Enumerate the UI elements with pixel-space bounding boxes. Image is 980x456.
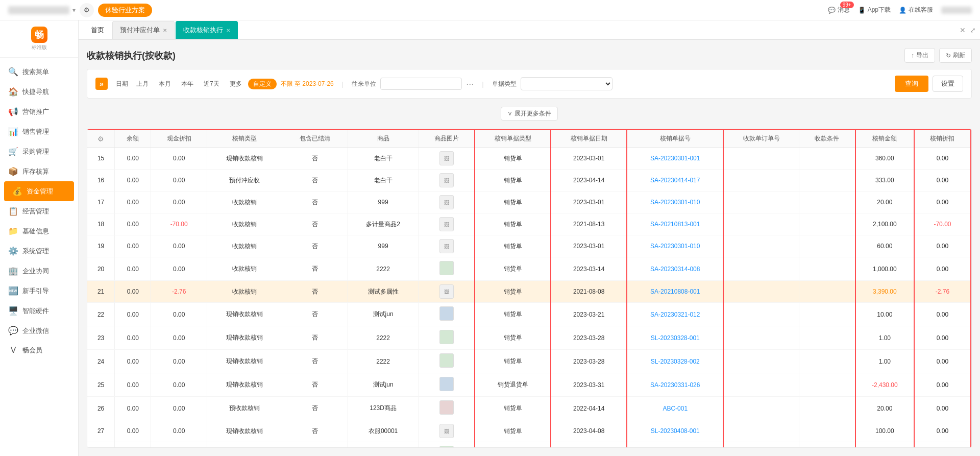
- row-receipt-condition: [799, 373, 855, 397]
- this-year-btn[interactable]: 本年: [177, 79, 198, 89]
- sidebar-item-marketing[interactable]: 📢 营销推广: [0, 102, 78, 122]
- row-cash-discount: 0.00: [151, 191, 207, 213]
- more-options-icon[interactable]: ···: [466, 79, 474, 88]
- row-receipt-order-no: [723, 148, 799, 170]
- sidebar-item-label: 快捷导航: [22, 87, 49, 97]
- custom-time-btn[interactable]: 自定义: [248, 79, 277, 89]
- close-window-icon[interactable]: ✕: [960, 26, 966, 34]
- online-service-button[interactable]: 👤 在线客服: [899, 6, 933, 14]
- row-verify-bill-no[interactable]: SA-20230314-008: [627, 257, 723, 281]
- row-verify-amount: 20.00: [855, 191, 914, 213]
- expand-more-button[interactable]: ∨ 展开更多条件: [501, 107, 557, 121]
- row-verify-bill-no[interactable]: SL-20230328-002: [627, 350, 723, 373]
- col-verify-bill-type: 核销单据类型: [475, 130, 551, 148]
- row-cash-discount: 0.00: [151, 148, 207, 170]
- sidebar-item-inventory[interactable]: 📦 库存核算: [0, 161, 78, 181]
- sidebar-item-basic[interactable]: 📁 基础信息: [0, 221, 78, 241]
- app-download-button[interactable]: 📱 App下载: [858, 6, 891, 14]
- row-receipt-condition: [799, 213, 855, 235]
- sidebar-item-quicknav[interactable]: 🏠 快捷导航: [0, 82, 78, 102]
- sidebar-item-label: 资金管理: [27, 187, 53, 196]
- data-table-container[interactable]: ⚙ 余额 现金折扣 核销类型 包含已结清 商品 商品图片 核销单据类型 核销单据…: [87, 129, 972, 448]
- top-bar-left: ▾ ⚙ 休验行业方案: [8, 3, 822, 17]
- maximize-window-icon[interactable]: ⤢: [970, 26, 976, 34]
- row-number: 24: [87, 350, 115, 373]
- row-verify-bill-no[interactable]: SA-20210813-001: [627, 213, 723, 235]
- sidebar-item-purchase[interactable]: 🛒 采购管理: [0, 141, 78, 161]
- product-image: 🖼: [439, 195, 454, 209]
- row-verify-discount: -2.76: [914, 281, 971, 303]
- sidebar-item-operations[interactable]: 📋 经营管理: [0, 201, 78, 221]
- refresh-label: 刷新: [953, 51, 965, 60]
- row-verify-bill-no[interactable]: SA-20230414-017: [627, 170, 723, 191]
- tab-bar: 首页 预付冲应付单 ✕ 收款核销执行 ✕ ✕ ⤢: [79, 20, 980, 40]
- row-verify-bill-no[interactable]: SL-20230408-001: [627, 420, 723, 442]
- sidebar-item-finance[interactable]: 💰 资金管理: [4, 181, 74, 201]
- table-settings-icon[interactable]: ⚙: [97, 135, 104, 143]
- settings-gear-button[interactable]: ⚙: [80, 3, 94, 17]
- row-receipt-order-no: [723, 257, 799, 281]
- row-receipt-condition: [799, 420, 855, 442]
- row-cash-discount: 0.00: [151, 303, 207, 326]
- row-number: 25: [87, 373, 115, 397]
- row-verify-bill-no[interactable]: SA-20230301-010: [627, 191, 723, 213]
- row-verify-bill-no[interactable]: SA-20230331-026: [627, 373, 723, 397]
- row-verify-bill-no[interactable]: SA-20230301-010: [627, 235, 723, 257]
- single-type-select[interactable]: [521, 77, 612, 90]
- col-settings[interactable]: ⚙: [87, 130, 115, 148]
- filter-settings-button[interactable]: 设置: [933, 76, 963, 92]
- purchase-icon: 🛒: [8, 147, 18, 156]
- row-verify-bill-no[interactable]: ABC-001: [627, 397, 723, 420]
- table-row: 260.000.00预收款核销否123D商品销货单2022-04-14ABC-0…: [87, 397, 971, 420]
- close-icon[interactable]: ✕: [226, 28, 230, 33]
- message-button[interactable]: 💬 消息 99+: [828, 6, 850, 14]
- row-verify-amount: 10.00: [855, 303, 914, 326]
- filter-expand-button[interactable]: »: [95, 78, 108, 90]
- table-row: 280.000.00现销收款核销否2222销货单2023-04-18SL-202…: [87, 442, 971, 448]
- row-number: 26: [87, 397, 115, 420]
- row-included-settled: 否: [282, 303, 348, 326]
- counterpart-input[interactable]: [380, 78, 462, 90]
- row-verify-bill-no[interactable]: SA-20230301-001: [627, 148, 723, 170]
- sidebar-item-system[interactable]: ⚙️ 系统管理: [0, 241, 78, 261]
- main-layout: 畅 标准版 🔍 搜索菜单 🏠 快捷导航 📢 营销推广 📊 销售管理 🛒: [0, 20, 980, 456]
- industry-solution-button[interactable]: 休验行业方案: [98, 4, 152, 17]
- row-cash-discount: 0.00: [151, 397, 207, 420]
- row-product: 123D商品: [348, 397, 419, 420]
- export-button[interactable]: ↑ 导出: [904, 48, 935, 63]
- table-row: 160.000.00预付冲应收否老白干🖼销货单2023-04-14SA-2023…: [87, 170, 971, 191]
- sidebar-menu: 🔍 搜索菜单 🏠 快捷导航 📢 营销推广 📊 销售管理 🛒 采购管理 📦: [0, 58, 78, 456]
- row-balance: 0.00: [115, 420, 151, 442]
- search-icon: 🔍: [8, 67, 18, 77]
- row-verify-bill-type: 销货单: [475, 257, 551, 281]
- counterpart-filter-group: 往来单位 ···: [352, 78, 474, 90]
- row-verify-bill-no[interactable]: SA-20230321-012: [627, 303, 723, 326]
- row-verify-bill-no[interactable]: SL-20230418-001: [627, 442, 723, 448]
- row-cash-discount: -70.00: [151, 213, 207, 235]
- row-verify-bill-no[interactable]: SL-20230328-001: [627, 326, 723, 350]
- row-verify-bill-type: 销货单: [475, 235, 551, 257]
- row-balance: 0.00: [115, 350, 151, 373]
- refresh-icon: ↻: [946, 52, 951, 59]
- close-icon[interactable]: ✕: [163, 28, 167, 33]
- sidebar-item-guide[interactable]: 🆕 新手引导: [0, 281, 78, 301]
- row-verify-discount: 0.00: [914, 170, 971, 191]
- refresh-button[interactable]: ↻ 刷新: [939, 48, 972, 63]
- row-verify-discount: 0.00: [914, 326, 971, 350]
- this-month-btn[interactable]: 本月: [155, 79, 175, 89]
- sidebar-item-search[interactable]: 🔍 搜索菜单: [0, 62, 78, 82]
- sidebar-item-member[interactable]: V 畅会员: [0, 341, 78, 360]
- more-time-btn[interactable]: 更多: [226, 79, 246, 89]
- sidebar-item-wechat[interactable]: 💬 企业微信: [0, 321, 78, 341]
- last-7days-btn[interactable]: 近7天: [200, 79, 224, 89]
- tab-home[interactable]: 首页: [83, 21, 112, 39]
- last-month-btn[interactable]: 上月: [132, 79, 153, 89]
- sidebar-item-sales[interactable]: 📊 销售管理: [0, 122, 78, 141]
- row-verify-bill-no[interactable]: SA-20210808-001: [627, 281, 723, 303]
- row-verify-type: 收款核销: [207, 213, 282, 235]
- tab-prepay[interactable]: 预付冲应付单 ✕: [112, 21, 175, 39]
- query-button[interactable]: 查询: [895, 76, 928, 92]
- tab-verify[interactable]: 收款核销执行 ✕: [176, 21, 238, 39]
- sidebar-item-hardware[interactable]: 🖥️ 智能硬件: [0, 301, 78, 321]
- sidebar-item-enterprise[interactable]: 🏢 企业协同: [0, 261, 78, 281]
